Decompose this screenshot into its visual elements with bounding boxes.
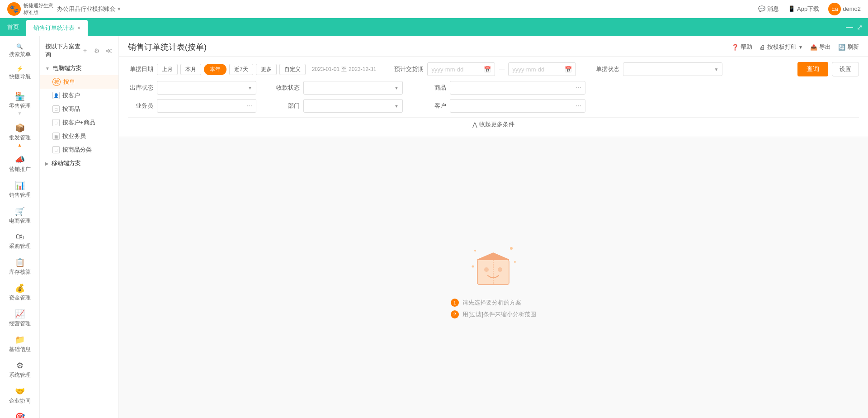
- scheme-item-by-category[interactable]: □ 按商品分类: [40, 143, 118, 157]
- payment-status-select[interactable]: ▼: [303, 81, 403, 95]
- expected-date-section: 预计交货期 yyyy-mm-dd 📅 — yyyy-mm-dd 📅: [394, 62, 576, 76]
- sidebar-item-operations[interactable]: 📈 经营管理: [0, 305, 39, 331]
- inventory-icon: 📋: [15, 257, 25, 267]
- scheme-group-mobile-header[interactable]: ▶ 移动端方案: [40, 157, 118, 170]
- tab-home[interactable]: 首页: [0, 18, 26, 36]
- svg-point-4: [498, 267, 502, 272]
- ecommerce-icon: 🛒: [15, 206, 25, 216]
- help-button[interactable]: ❓ 帮助: [731, 43, 752, 51]
- tab-minimize-button[interactable]: —: [846, 23, 853, 31]
- date-btn-this-year[interactable]: 本年: [204, 64, 226, 75]
- export-button[interactable]: 📤 导出: [810, 43, 831, 51]
- basic-icon: 📁: [15, 335, 25, 345]
- delivery-status-select[interactable]: ▼: [157, 81, 256, 95]
- sidebar-item-enterprise[interactable]: 🤝 企业协同: [0, 383, 39, 408]
- sidebar-item-inventory[interactable]: 📋 库存核算: [0, 254, 39, 280]
- purchase-icon: 🛍: [16, 232, 24, 242]
- date-range-display: 2023-01-01 至 2023-12-31: [312, 66, 377, 73]
- sidebar-item-ecommerce[interactable]: 🛒 电商管理: [0, 203, 39, 228]
- salesperson-filter-section: 业务员 ···: [128, 99, 256, 113]
- sidebar-item-finance[interactable]: 💰 资金管理: [0, 280, 39, 305]
- collapse-filter-button[interactable]: ⋀ 收起更多条件: [128, 117, 859, 131]
- operations-icon: 📈: [15, 309, 25, 319]
- expected-date-from-input[interactable]: yyyy-mm-dd 📅: [427, 62, 495, 76]
- data-area: 1 请先选择要分析的方案 2 用[过滤]条件来缩小分析范围: [119, 137, 868, 418]
- scheme-settings-button[interactable]: ⚙: [92, 46, 101, 55]
- scheme-group-mobile-arrow-icon: ▶: [45, 161, 49, 166]
- sidebar-item-purchase[interactable]: 🛍 采购管理: [0, 228, 39, 254]
- scheme-item-by-order[interactable]: 按 按单: [40, 75, 118, 89]
- sidebar-item-wholesale[interactable]: 📦 批发管理 ▲: [0, 119, 39, 151]
- date-btn-more[interactable]: 更多: [256, 64, 277, 75]
- scheme-group-desktop-header[interactable]: ▼ 电脑端方案: [40, 62, 118, 75]
- sidebar-item-quicknav[interactable]: ⚡ 快捷导航: [0, 62, 39, 84]
- app-download-button[interactable]: 📱 App下载: [788, 5, 819, 13]
- date-btn-this-month[interactable]: 本月: [180, 64, 201, 75]
- tab-maximize-button[interactable]: ⤢: [857, 23, 863, 32]
- empty-tips: 1 请先选择要分析的方案 2 用[过滤]条件来缩小分析范围: [451, 299, 536, 318]
- add-scheme-button[interactable]: ＋: [80, 46, 90, 55]
- tab-bar: 首页 销售订单统计表 × — ⤢: [0, 18, 868, 36]
- department-select[interactable]: ▼: [303, 99, 403, 113]
- content-area: 按以下方案查询 ＋ ⚙ ≪ ▼ 电脑端方案 按 按单 👤: [40, 36, 868, 418]
- date-btn-last-7-days[interactable]: 近7天: [229, 64, 253, 75]
- tab-sales-order-stats[interactable]: 销售订单统计表 ×: [26, 20, 88, 36]
- scheme-icon-by-category: □: [52, 146, 60, 153]
- svg-point-5: [474, 250, 476, 252]
- sidebar-item-newbie[interactable]: 🎯 新手引导: [0, 408, 39, 418]
- date-btn-custom[interactable]: 自定义: [279, 64, 306, 75]
- finance-icon: 💰: [15, 283, 25, 293]
- salesperson-select[interactable]: ···: [157, 99, 256, 113]
- date-dash: —: [499, 66, 505, 73]
- tab-close-icon[interactable]: ×: [77, 25, 80, 31]
- sidebar-item-system[interactable]: ⚙ 系统管理: [0, 357, 39, 383]
- scheme-icon-by-salesperson: ▦: [52, 133, 60, 140]
- enterprise-icon: 🤝: [15, 386, 25, 396]
- quicknav-icon: ⚡: [16, 66, 23, 72]
- logo-area: 🐾 畅捷通好生意 标准版: [7, 2, 53, 16]
- svg-point-7: [514, 261, 516, 263]
- scheme-item-by-customer[interactable]: 👤 按客户: [40, 89, 118, 102]
- scheme-item-by-salesperson[interactable]: ▦ 按业务员: [40, 129, 118, 143]
- settings-button[interactable]: 设置: [832, 62, 859, 76]
- print-button[interactable]: 🖨 按模板打印 ▼: [760, 43, 803, 51]
- help-icon: ❓: [731, 44, 739, 51]
- breadcrumb[interactable]: 办公用品行业模拟账套 ▾: [57, 5, 121, 13]
- status-select[interactable]: ▼: [623, 62, 722, 76]
- sidebar-search[interactable]: 🔍 搜索菜单: [0, 40, 39, 62]
- page-actions: ❓ 帮助 🖨 按模板打印 ▼ 📤 导出 🔄 刷新: [731, 43, 859, 51]
- sidebar-item-retail[interactable]: 🏪 零售管理 ▼: [0, 88, 39, 119]
- message-button[interactable]: 💬 消息: [758, 5, 779, 13]
- query-button[interactable]: 查询: [797, 62, 828, 76]
- avatar: Ea: [828, 3, 841, 15]
- sidebar-item-sales[interactable]: 📊 销售管理: [0, 177, 39, 203]
- date-btn-last-month[interactable]: 上月: [157, 64, 178, 75]
- user-menu[interactable]: Ea demo2: [828, 3, 861, 15]
- sidebar: 🔍 搜索菜单 ⚡ 快捷导航 🏪 零售管理 ▼ 📦 批发管理 ▲ 📣 营销推广 📊…: [0, 36, 40, 418]
- scheme-item-by-product[interactable]: □ 按商品: [40, 102, 118, 116]
- page-title: 销售订单统计表(按单): [128, 42, 207, 52]
- sidebar-item-marketing[interactable]: 📣 营销推广: [0, 151, 39, 177]
- export-icon: 📤: [810, 44, 817, 51]
- scheme-item-by-cust-prod[interactable]: □ 按客户+商品: [40, 116, 118, 129]
- refresh-button[interactable]: 🔄 刷新: [838, 43, 859, 51]
- scheme-group-mobile: ▶ 移动端方案: [40, 157, 118, 170]
- customer-filter-section: 客户 ···: [421, 99, 859, 113]
- logo-icon: 🐾: [7, 2, 21, 16]
- empty-tip-2: 2 用[过滤]条件来缩小分析范围: [451, 310, 536, 318]
- left-panel: 按以下方案查询 ＋ ⚙ ≪ ▼ 电脑端方案 按 按单 👤: [40, 36, 119, 418]
- scheme-icon-by-cust-prod: □: [52, 119, 60, 126]
- system-icon: ⚙: [16, 361, 24, 370]
- collapse-panel-button[interactable]: ≪: [104, 46, 113, 55]
- filter-bar: 单据日期 上月 本月 本年 近7天 更多 自定义 2023-01-01 至: [119, 57, 868, 137]
- print-dropdown-icon: ▼: [798, 45, 803, 50]
- wholesale-arrow-icon: ▲: [18, 142, 22, 147]
- collapse-icon: ⋀: [472, 121, 477, 128]
- scheme-icon-by-customer: 👤: [52, 92, 60, 99]
- product-select[interactable]: ···: [450, 81, 585, 95]
- salesperson-more-icon: ···: [246, 102, 252, 110]
- expected-date-to-input[interactable]: yyyy-mm-dd 📅: [508, 62, 576, 76]
- wholesale-icon: 📦: [15, 123, 25, 133]
- customer-select[interactable]: ···: [450, 99, 585, 113]
- sidebar-item-basic[interactable]: 📁 基础信息: [0, 331, 39, 357]
